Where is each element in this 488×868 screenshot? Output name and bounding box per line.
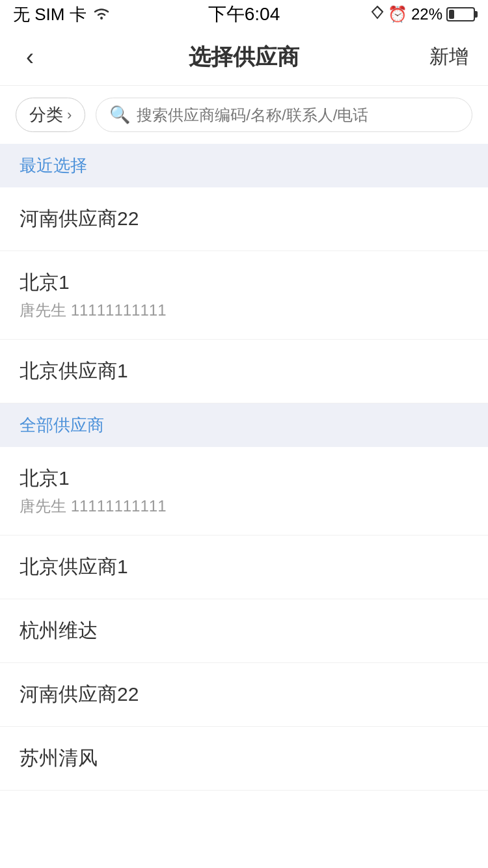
recent-list: 河南供应商22 北京1 唐先生 11111111111 北京供应商1 [0, 187, 488, 403]
search-input[interactable] [137, 106, 459, 124]
item-name: 杭州维达 [20, 617, 468, 644]
carrier-text: 无 SIM 卡 [13, 3, 87, 26]
list-item[interactable]: 杭州维达 [0, 599, 488, 663]
list-item[interactable]: 河南供应商22 [0, 187, 488, 251]
list-item[interactable]: 北京1 唐先生 11111111111 [0, 251, 488, 340]
chevron-right-icon: › [67, 107, 72, 124]
item-sub: 唐先生 11111111111 [20, 300, 468, 321]
search-icon: 🔍 [109, 105, 130, 125]
item-name: 河南供应商22 [20, 681, 468, 708]
list-item[interactable]: 苏州清风 [0, 727, 488, 791]
category-button[interactable]: 分类 › [16, 98, 85, 132]
status-right: ⏰ 22% [371, 5, 475, 23]
page-title: 选择供应商 [189, 42, 299, 72]
location-icon [371, 5, 384, 23]
item-name: 苏州清风 [20, 745, 468, 772]
item-name: 河南供应商22 [20, 206, 468, 232]
status-time: 下午6:04 [208, 2, 280, 27]
all-section-header: 全部供应商 [0, 403, 488, 447]
list-item[interactable]: 北京供应商1 [0, 340, 488, 403]
recent-section-header: 最近选择 [0, 144, 488, 187]
item-name: 北京1 [20, 465, 468, 492]
wifi-icon [92, 5, 111, 25]
status-left: 无 SIM 卡 [13, 3, 111, 26]
list-item[interactable]: 河南供应商22 [0, 663, 488, 727]
battery-icon [446, 7, 475, 21]
list-item[interactable]: 北京供应商1 [0, 536, 488, 599]
back-button[interactable]: ‹ [20, 37, 40, 77]
nav-bar: ‹ 选择供应商 新增 [0, 29, 488, 86]
alarm-icon: ⏰ [388, 5, 407, 23]
all-section-title: 全部供应商 [20, 415, 104, 435]
recent-section-title: 最近选择 [20, 156, 87, 175]
search-box: 🔍 [96, 98, 472, 132]
filter-bar: 分类 › 🔍 [0, 86, 488, 144]
all-list: 北京1 唐先生 11111111111 北京供应商1 杭州维达 河南供应商22 … [0, 447, 488, 791]
item-sub: 唐先生 11111111111 [20, 496, 468, 517]
item-name: 北京供应商1 [20, 554, 468, 580]
svg-point-0 [100, 17, 103, 20]
status-bar: 无 SIM 卡 下午6:04 ⏰ 22% [0, 0, 488, 29]
battery-percent: 22% [411, 5, 442, 23]
item-name: 北京1 [20, 269, 468, 296]
list-item[interactable]: 北京1 唐先生 11111111111 [0, 447, 488, 536]
item-name: 北京供应商1 [20, 358, 468, 385]
add-button[interactable]: 新增 [429, 44, 468, 70]
category-label: 分类 [29, 103, 63, 126]
